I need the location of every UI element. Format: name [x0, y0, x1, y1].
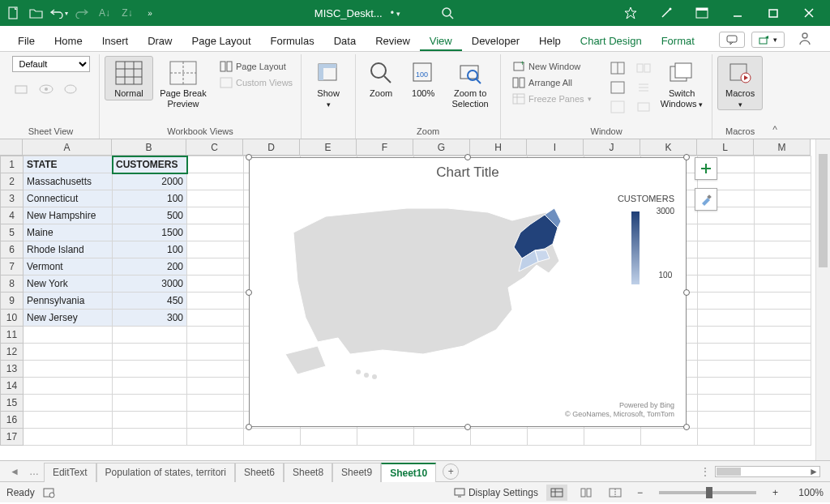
new-sheet-button[interactable]: +: [443, 463, 459, 480]
cell[interactable]: [187, 344, 244, 361]
cell[interactable]: [755, 173, 811, 190]
scroll-right-icon[interactable]: ►: [808, 467, 819, 476]
cell[interactable]: 100: [113, 190, 187, 207]
cell[interactable]: [187, 310, 244, 327]
cell[interactable]: [187, 207, 244, 224]
sheet-tab-edittext[interactable]: EditText: [44, 463, 96, 482]
cell[interactable]: 200: [113, 258, 187, 275]
cell[interactable]: [698, 327, 755, 344]
col-header-K[interactable]: K: [640, 139, 697, 155]
tab-draw[interactable]: Draw: [138, 30, 182, 51]
cell[interactable]: [755, 190, 811, 207]
normal-view-button[interactable]: Normal: [105, 56, 153, 100]
cell[interactable]: [187, 275, 244, 293]
cell[interactable]: [24, 429, 113, 446]
row-header[interactable]: 8: [1, 275, 24, 293]
cell[interactable]: 1500: [113, 224, 187, 241]
sheet-view-select[interactable]: Default: [12, 56, 90, 72]
cell[interactable]: [755, 156, 811, 173]
new-file-icon[interactable]: [5, 4, 23, 22]
freeze-panes-button[interactable]: Freeze Panes ▾: [509, 92, 601, 106]
cell[interactable]: [698, 293, 755, 310]
sync-scroll2-icon[interactable]: [634, 79, 653, 96]
chart-title[interactable]: Chart Title: [250, 158, 686, 184]
reset-position-icon[interactable]: [634, 98, 653, 116]
account-icon[interactable]: [791, 28, 819, 48]
zoom-button[interactable]: Zoom: [361, 56, 401, 100]
collapse-ribbon-icon[interactable]: ^: [768, 54, 782, 139]
cell[interactable]: [755, 258, 811, 275]
zoom-level[interactable]: 100%: [789, 487, 824, 498]
tab-chart-design[interactable]: Chart Design: [571, 30, 652, 51]
cell[interactable]: [528, 429, 584, 446]
tab-developer[interactable]: Developer: [462, 30, 529, 51]
row-header[interactable]: 4: [1, 207, 24, 224]
col-header-A[interactable]: A: [23, 139, 112, 155]
row-header[interactable]: 5: [1, 224, 24, 241]
tab-home[interactable]: Home: [45, 30, 92, 51]
cell[interactable]: [698, 241, 755, 258]
col-header-F[interactable]: F: [357, 139, 413, 155]
cell[interactable]: [755, 429, 811, 446]
cell[interactable]: 2000: [113, 173, 187, 190]
resize-handle[interactable]: [246, 424, 252, 430]
cell[interactable]: [755, 378, 811, 395]
vertical-scrollbar[interactable]: [815, 139, 830, 460]
cell[interactable]: [641, 429, 698, 446]
col-header-L[interactable]: L: [697, 139, 754, 155]
cell[interactable]: [414, 429, 471, 446]
row-header[interactable]: 16: [1, 412, 24, 429]
map-chart[interactable]: [261, 184, 601, 387]
hide-icon[interactable]: [608, 79, 627, 96]
cell[interactable]: [113, 344, 187, 361]
tab-formulas[interactable]: Formulas: [261, 30, 324, 51]
cell[interactable]: New Jersey: [24, 310, 113, 327]
cell[interactable]: [698, 258, 755, 275]
row-header[interactable]: 9: [1, 293, 24, 310]
tab-review[interactable]: Review: [366, 30, 420, 51]
row-header[interactable]: 7: [1, 258, 24, 275]
zoom-100-button[interactable]: 100 100%: [404, 56, 442, 100]
cell[interactable]: [755, 412, 811, 429]
cell[interactable]: 500: [113, 207, 187, 224]
resize-handle[interactable]: [464, 424, 471, 430]
cell[interactable]: [24, 327, 113, 344]
coming-soon-icon[interactable]: [614, 2, 647, 24]
sort-asc-icon[interactable]: A↓: [96, 4, 113, 22]
custom-views-button[interactable]: Custom Views: [216, 75, 296, 90]
cell[interactable]: [755, 275, 811, 293]
arrange-all-button[interactable]: Arrange All: [509, 75, 601, 90]
comments-button[interactable]: [719, 32, 745, 48]
cell[interactable]: [24, 344, 113, 361]
col-header-D[interactable]: D: [243, 139, 300, 155]
tab-page-layout[interactable]: Page Layout: [182, 30, 261, 51]
col-header-I[interactable]: I: [527, 139, 584, 155]
cell[interactable]: [113, 378, 187, 395]
tab-view[interactable]: View: [420, 30, 462, 51]
normal-view-icon[interactable]: [546, 485, 567, 501]
resize-handle[interactable]: [683, 289, 690, 296]
share-button[interactable]: ▾: [751, 32, 785, 48]
cell[interactable]: [187, 224, 244, 241]
sheet-tab-population-of-states-territori[interactable]: Population of states, territori: [96, 463, 235, 482]
qat-overflow-icon[interactable]: »: [141, 4, 159, 22]
row-header[interactable]: 1: [1, 156, 24, 173]
cell[interactable]: [584, 429, 641, 446]
resize-handle[interactable]: [246, 289, 252, 296]
cell[interactable]: 3000: [113, 275, 187, 293]
search-icon[interactable]: [441, 6, 459, 19]
cell[interactable]: [187, 173, 244, 190]
cell[interactable]: [187, 190, 244, 207]
cell[interactable]: 300: [113, 310, 187, 327]
page-layout-view-icon[interactable]: [575, 485, 597, 501]
page-layout-button[interactable]: Page Layout: [216, 59, 296, 74]
row-header[interactable]: 14: [1, 378, 24, 395]
wand-icon[interactable]: [650, 2, 682, 24]
row-header[interactable]: 17: [1, 429, 24, 446]
resize-handle[interactable]: [683, 154, 690, 160]
cell[interactable]: [755, 241, 811, 258]
tab-file[interactable]: File: [8, 30, 45, 51]
cell[interactable]: Vermont: [24, 258, 113, 275]
display-settings-button[interactable]: Display Settings: [454, 487, 538, 498]
cell[interactable]: [187, 241, 244, 258]
